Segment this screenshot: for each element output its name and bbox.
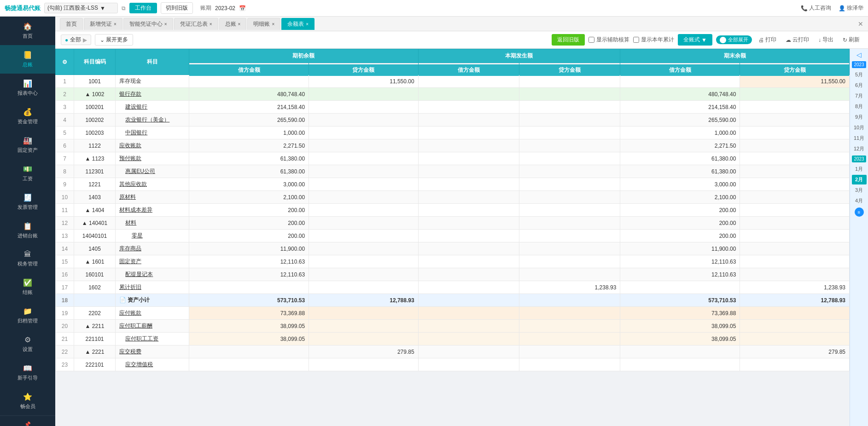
cell-subject[interactable]: 配提显记本 <box>116 268 189 281</box>
report-icon: 📊 <box>23 79 32 88</box>
tab-detail-ledger-close[interactable]: × <box>272 22 274 27</box>
export-button[interactable]: ↓ 导出 <box>816 35 836 45</box>
sidebar-item-fixed[interactable]: 🏭 固定资产 <box>0 131 55 159</box>
cell-amount: 279.85 <box>309 345 419 358</box>
cell-subject[interactable]: 农业银行（美金） <box>116 114 189 127</box>
consult-link[interactable]: 📞 人工咨询 <box>801 4 831 12</box>
tab-home[interactable]: 首页 <box>60 18 83 30</box>
cell-subject[interactable]: 应付账款 <box>116 307 189 320</box>
tab-new-voucher[interactable]: 新增凭证 × <box>84 18 122 30</box>
cell-subject[interactable]: 建设银行 <box>116 101 189 114</box>
month-8[interactable]: 8月 <box>852 102 867 111</box>
cell-subject[interactable]: 固定资产 <box>116 255 189 268</box>
sidebar-item-settle[interactable]: ✅ 结账 <box>0 273 55 301</box>
sidebar-item-accounting[interactable]: 📒 总账 <box>0 45 55 74</box>
sidebar-item-invoice[interactable]: 🧾 发票管理 <box>0 188 55 216</box>
unpin-button[interactable]: 📌 取消固定 <box>0 416 55 426</box>
cell-subject[interactable]: 材料 <box>116 217 189 230</box>
panel-toggle-icon[interactable]: ◁ <box>856 51 862 58</box>
month-3[interactable]: 3月 <box>852 185 867 195</box>
month-1[interactable]: 1月 <box>852 164 867 174</box>
cell-row-no: 5 <box>56 127 74 139</box>
aux-checkbox[interactable] <box>588 37 594 43</box>
cell-amount: 2,271.50 <box>620 139 740 152</box>
cell-amount <box>519 268 620 281</box>
workbench-button[interactable]: 工作台 <box>129 3 157 13</box>
th-settings[interactable]: ⚙ <box>56 49 74 75</box>
cell-amount: 12,788.93 <box>309 294 419 307</box>
cloud-print-button[interactable]: ☁ 云打印 <box>783 35 812 45</box>
month-7[interactable]: 7月 <box>852 91 867 101</box>
toggle-circle <box>720 37 726 43</box>
expand-all-toggle[interactable]: 全部展开 <box>716 35 752 44</box>
sidebar-item-home[interactable]: 🏠 首页 <box>0 17 55 45</box>
month-10[interactable]: 10月 <box>852 123 867 132</box>
cell-subject[interactable]: 库存商品 <box>116 242 189 255</box>
cell-subject[interactable]: 应交税费 <box>116 345 189 358</box>
month-6[interactable]: 6月 <box>852 81 867 90</box>
month-9[interactable]: 9月 <box>852 112 867 122</box>
aux-checkbox-area[interactable]: 显示辅助核算 <box>588 36 629 44</box>
expand-button[interactable]: ⌄ 展开更多 <box>95 34 133 46</box>
return-button[interactable]: 返回旧版 <box>552 34 585 46</box>
sidebar-item-report[interactable]: 📊 报表中心 <box>0 74 55 102</box>
switch-button[interactable]: 切到旧版 <box>161 2 193 14</box>
sidebar-item-salary[interactable]: 💵 工资 <box>0 159 55 188</box>
tab-general-ledger[interactable]: 总账 × <box>219 18 247 30</box>
tab-voucher-summary-close[interactable]: × <box>210 22 212 27</box>
cell-subject[interactable]: 预付账款 <box>116 152 189 165</box>
salary-icon: 💵 <box>23 165 32 173</box>
company-selector[interactable]: (勾前) 江西股圣-LSS ▼ <box>44 3 118 13</box>
cell-subject[interactable]: 累计折旧 <box>116 281 189 294</box>
tab-smart-verify-close[interactable]: × <box>164 22 167 27</box>
format-button[interactable]: 全账式 ▼ <box>678 34 712 46</box>
cell-subject[interactable]: 银行存款 <box>116 88 189 101</box>
user-area[interactable]: 👤 徐泽华 <box>839 4 863 12</box>
sidebar-item-archive[interactable]: 📁 归档管理 <box>0 301 55 330</box>
sidebar-item-guide[interactable]: 📖 新手引导 <box>0 358 55 387</box>
tab-detail-ledger[interactable]: 明细账 × <box>247 18 280 30</box>
tab-smart-verify[interactable]: 智能凭证中心 × <box>123 18 173 30</box>
cell-subject[interactable]: 应交增值税 <box>116 358 189 371</box>
cell-amount: 200.00 <box>189 217 309 230</box>
close-all-icon[interactable]: ✕ <box>858 20 863 28</box>
sidebar-item-capital[interactable]: 💰 资金管理 <box>0 102 55 131</box>
cell-subject[interactable]: 原材料 <box>116 191 189 204</box>
annual-checkbox[interactable] <box>633 37 639 43</box>
tab-voucher-summary[interactable]: 凭证汇总表 × <box>174 18 218 30</box>
table-wrapper[interactable]: ⚙ 科目编码 科目 期初余额 本期发生额 期末余额 借方金额 贷方金额 借方金额… <box>55 49 850 426</box>
cell-subject[interactable]: 应付职工薪酬 <box>116 320 189 333</box>
sidebar-item-purchase[interactable]: 📋 进销台账 <box>0 216 55 245</box>
sidebar-item-tax[interactable]: 🏛 税务管理 <box>0 245 55 273</box>
refresh-button[interactable]: ↻ 刷新 <box>840 35 862 45</box>
tab-new-voucher-close[interactable]: × <box>114 22 117 27</box>
filter-area[interactable]: ● 全部 ▶ <box>61 35 91 45</box>
cell-subject[interactable]: 材料成本差异 <box>116 204 189 217</box>
cell-subject[interactable]: 其他应收款 <box>116 178 189 191</box>
cell-subject[interactable]: 中国银行 <box>116 127 189 139</box>
cell-amount <box>189 358 309 371</box>
cell-subject[interactable]: 惠属EU公司 <box>116 165 189 178</box>
sidebar-item-settings[interactable]: ⚙ 设置 <box>0 330 55 358</box>
cell-subject[interactable]: 应付职工工资 <box>116 333 189 345</box>
month-2[interactable]: 2月 <box>852 175 867 184</box>
month-12[interactable]: 12月 <box>852 144 867 154</box>
th-cd-debit: 借方金额 <box>418 64 519 76</box>
panel-menu-icon[interactable]: ≡ <box>855 207 864 217</box>
print-button[interactable]: 🖨 打印 <box>756 35 779 45</box>
cell-subject[interactable]: 零星 <box>116 230 189 242</box>
month-11[interactable]: 11月 <box>852 133 867 143</box>
cell-amount <box>309 333 419 345</box>
tab-balance-sheet-close[interactable]: × <box>306 22 309 27</box>
cell-row-no: 2 <box>56 88 74 101</box>
cell-row-no: 16 <box>56 268 74 281</box>
month-4[interactable]: 4月 <box>852 196 867 206</box>
copy-icon[interactable]: ⧉ <box>122 5 126 12</box>
sidebar-item-member[interactable]: ⭐ 畅会员 <box>0 387 55 415</box>
tab-general-ledger-close[interactable]: × <box>238 22 241 27</box>
annual-checkbox-area[interactable]: 显示本年累计 <box>633 36 674 44</box>
month-5[interactable]: 5月 <box>852 70 867 80</box>
calendar-icon[interactable]: 📅 <box>239 5 246 12</box>
tab-balance-sheet[interactable]: 余额表 × <box>281 18 315 30</box>
cell-subject[interactable]: 应收账款 <box>116 139 189 152</box>
